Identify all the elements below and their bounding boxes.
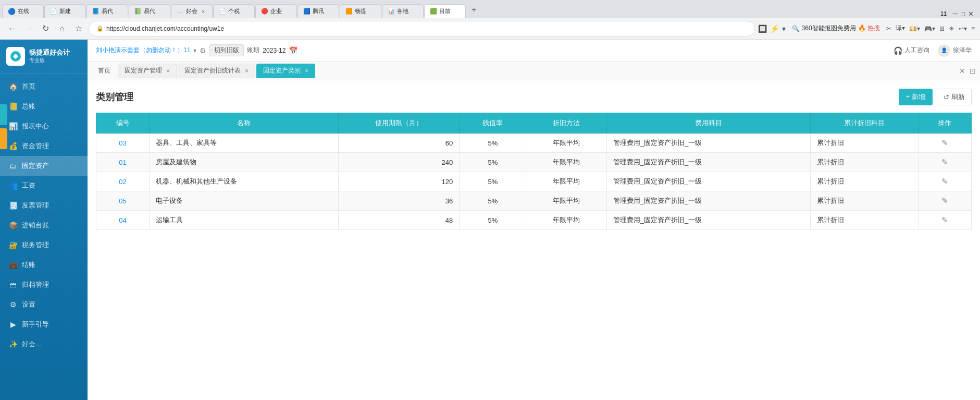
sidebar-item-assets[interactable]: 🗂 固定资产 (0, 156, 88, 176)
maximize-icon[interactable]: □ (961, 10, 965, 18)
browser-tab-2[interactable]: 📄 新建 (44, 4, 86, 18)
col-action: 操作 (918, 113, 971, 134)
translate-icon[interactable]: 译▾ (896, 24, 905, 33)
game-icon[interactable]: 🎮▾ (924, 25, 935, 32)
sidebar-item-label: 发票管理 (22, 201, 49, 210)
cell-period: 48 (338, 211, 459, 230)
browser-tab-9[interactable]: 🟧 畅提 (340, 4, 381, 18)
back-button[interactable]: ← (5, 22, 19, 35)
edit-icon[interactable]: ✎ (941, 215, 948, 224)
browser-tab-10[interactable]: 📊 各地 (382, 4, 424, 18)
window-close-icon[interactable]: ✕ (968, 10, 974, 18)
sidebar-item-tax[interactable]: 🔐 税务管理 (0, 235, 88, 255)
cell-action[interactable]: ✎ (918, 153, 971, 172)
cell-code[interactable]: 03 (96, 134, 150, 153)
browser-tab-7[interactable]: 🔴 企业 (255, 4, 297, 18)
grid-icon[interactable]: ⊞ (939, 25, 945, 32)
minimize-icon[interactable]: ─ (952, 9, 958, 18)
browser-tab-11[interactable]: 🟩 目前 (424, 4, 466, 18)
cell-action[interactable]: ✎ (918, 191, 971, 211)
sidebar-navigation: 🏠 首页 📒 总账 📊 报表中心 💰 资金管理 🗂 固定资产 👥 工资 (0, 74, 88, 400)
closing-icon: 💼 (8, 260, 18, 270)
sidebar-logo: 畅捷通好会计 专业版 (0, 40, 88, 74)
switch-version-button[interactable]: 切到旧版 (209, 44, 244, 56)
tab-assets-depr[interactable]: 固定资产折旧统计表 × (178, 64, 255, 78)
cell-accum: 累计折旧 (811, 153, 918, 172)
cell-accum: 累计折旧 (811, 211, 918, 230)
tab-home[interactable]: 首页 (92, 64, 117, 78)
sidebar-item-invoice[interactable]: 🧾 发票管理 (0, 196, 88, 215)
settings-btn[interactable]: ⚙ (200, 46, 206, 55)
dropdown-icon[interactable]: ▾ (193, 47, 196, 54)
action-buttons: + 新增 ↺ 刷新 (899, 89, 972, 105)
tab-close-right[interactable]: ✕ (959, 67, 965, 75)
cell-residual: 5% (460, 172, 526, 191)
sidebar-item-reports[interactable]: 📊 报表中心 (0, 116, 88, 136)
cell-expense: 管理费用_固定资产折旧_一级 (606, 134, 811, 153)
sidebar-item-closing[interactable]: 💼 结账 (0, 255, 88, 275)
cell-code[interactable]: 05 (96, 191, 150, 211)
extensions-icon[interactable]: ⚡ (770, 25, 779, 33)
sidebar-item-home[interactable]: 🏠 首页 (0, 77, 88, 96)
cell-residual: 5% (460, 153, 526, 172)
site-info-icon[interactable]: 🔲 (758, 25, 767, 33)
cell-code[interactable]: 01 (96, 153, 150, 172)
browser-tab-6[interactable]: 📄 个税 (213, 4, 255, 18)
sidebar-item-payroll[interactable]: 👥 工资 (0, 176, 88, 196)
browser-toolbar-right: ✂ 译▾ 💴▾ 🎮▾ ⊞ ☀ ↩▾ ≡ (886, 24, 975, 33)
browser-tab-4[interactable]: 📗 易代 (129, 4, 170, 18)
profile-icon[interactable]: ▾ (782, 25, 786, 33)
tab-label: 新建 (59, 7, 71, 15)
sidebar-item-ledger[interactable]: 📒 总账 (0, 96, 88, 116)
star-button[interactable]: ☆ (72, 22, 85, 35)
undo-icon[interactable]: ↩▾ (959, 25, 967, 32)
edit-icon[interactable]: ✎ (941, 196, 948, 205)
consultant-btn[interactable]: 🎧 人工咨询 (894, 46, 929, 55)
tab-close-assets-mgmt[interactable]: × (166, 67, 170, 75)
tab-close-assets-cat[interactable]: × (305, 67, 308, 75)
reload-button[interactable]: ↻ (39, 22, 52, 35)
tab-assets-mgmt[interactable]: 固定资产管理 × (118, 64, 177, 78)
edge-btn-2[interactable] (0, 128, 7, 149)
home-nav-button[interactable]: ⌂ (55, 22, 69, 35)
scissors-icon[interactable]: ✂ (886, 25, 891, 32)
edit-icon[interactable]: ✎ (941, 138, 948, 147)
add-button[interactable]: + 新增 (899, 89, 933, 105)
sidebar-item-settings[interactable]: ⚙ 设置 (0, 295, 88, 314)
sidebar-item-funds[interactable]: 💰 资金管理 (0, 136, 88, 156)
sidebar-item-archive[interactable]: 🗃 归档管理 (0, 275, 88, 295)
calendar-icon[interactable]: 📅 (289, 46, 297, 55)
tab-label: 企业 (270, 7, 282, 15)
browser-tab-8[interactable]: 🟦 腾讯 (297, 4, 339, 18)
search-text: 360智能抠图免费用 (802, 24, 856, 33)
cell-action[interactable]: ✎ (918, 172, 971, 191)
browser-tab-5[interactable]: ☁️ 好会 × (171, 4, 213, 18)
tab-close-assets-depr[interactable]: × (245, 67, 249, 75)
browser-tab-3[interactable]: 📘 易代 (86, 4, 128, 18)
address-bar-row: ← → ↻ ⌂ ☆ 🔒 https://cloud.chanjet.com/ac… (0, 18, 980, 40)
edge-btn-1[interactable] (0, 104, 7, 125)
browser-tab-1[interactable]: 🔵 在线 (2, 4, 44, 18)
sidebar-item-more[interactable]: ✨ 好会... (0, 334, 88, 354)
refresh-button[interactable]: ↺ 刷新 (937, 89, 972, 105)
wallet-icon[interactable]: 💴▾ (909, 25, 920, 32)
sidebar-item-guide[interactable]: ▶ 新手引导 (0, 314, 88, 334)
sun-icon[interactable]: ☀ (949, 25, 954, 32)
cell-action[interactable]: ✎ (918, 134, 971, 153)
cell-action[interactable]: ✎ (918, 211, 971, 230)
url-bar[interactable]: 🔒 https://cloud.chanjet.com/accounting/u… (89, 21, 755, 37)
forward-button[interactable]: → (22, 22, 35, 35)
sidebar-item-inventory[interactable]: 📦 进销台账 (0, 215, 88, 235)
edit-icon[interactable]: ✎ (941, 177, 948, 186)
cell-code[interactable]: 04 (96, 211, 150, 230)
new-tab-button[interactable]: + (466, 5, 481, 15)
cell-period: 240 (338, 153, 459, 172)
edit-icon[interactable]: ✎ (941, 157, 948, 166)
tab-assets-cat[interactable]: 固定资产类别 × (256, 64, 315, 78)
tab-expand-icon[interactable]: ⊡ (970, 67, 976, 75)
browser-menu-icon[interactable]: ≡ (971, 25, 975, 32)
cell-code[interactable]: 02 (96, 172, 150, 191)
account-name[interactable]: 刘小艳演示套套（勿删勿动！）11 (96, 46, 190, 55)
tab-close-5[interactable]: × (202, 8, 205, 15)
user-menu[interactable]: 👤 徐泽华 (938, 44, 972, 57)
